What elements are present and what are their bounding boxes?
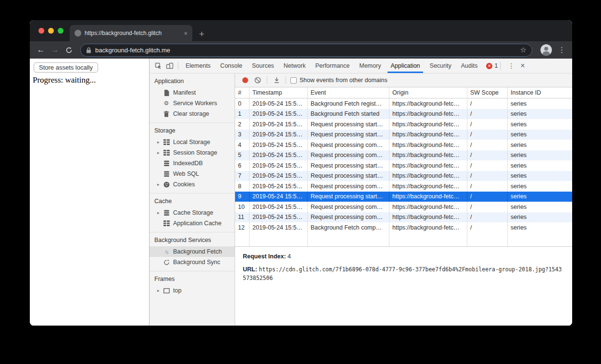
tab-performance[interactable]: Performance bbox=[311, 59, 355, 73]
browser-tab[interactable]: https://background-fetch.glitch × bbox=[70, 25, 192, 41]
maximize-window-button[interactable] bbox=[58, 28, 63, 34]
close-window-button[interactable] bbox=[38, 28, 44, 34]
cell-sw-scope: / bbox=[467, 109, 508, 120]
column-header-event[interactable]: Event bbox=[308, 87, 389, 98]
clear-icon[interactable] bbox=[252, 75, 263, 85]
error-badge[interactable]: × 1 bbox=[486, 62, 498, 69]
separator bbox=[178, 62, 178, 70]
cell-event: Background Fetch regist… bbox=[308, 98, 389, 109]
sidebar-item-clear-storage[interactable]: Clear storage bbox=[150, 109, 235, 119]
devtools-tabbar: Elements Console Sources Network Perform… bbox=[150, 59, 572, 73]
table-row[interactable]: 02019-05-24 15:5…Background Fetch regist… bbox=[235, 98, 572, 109]
column-header-instance-id[interactable]: Instance ID bbox=[508, 87, 572, 98]
sidebar-item-background-sync[interactable]: Background Sync bbox=[150, 257, 235, 267]
url-line: URL: https://cdn.glitch.com/7f1b6896-078… bbox=[243, 265, 564, 282]
cell-timestamp: 2019-05-24 15:5… bbox=[250, 98, 308, 109]
tab-title: https://background-fetch.glitch bbox=[85, 30, 180, 36]
column-header-sw-scope[interactable]: SW Scope bbox=[467, 87, 508, 98]
table-row[interactable]: 122019-05-24 15:5…Background Fetch comp…… bbox=[235, 222, 572, 233]
table-row[interactable]: 62019-05-24 15:5…Request processing star… bbox=[235, 160, 572, 171]
filler-cell bbox=[250, 233, 308, 246]
chevron-right-icon[interactable]: ▸ bbox=[157, 140, 160, 145]
sidebar-item-label: Background Sync bbox=[173, 259, 220, 266]
sidebar-item-session-storage[interactable]: ▸ Session Storage bbox=[150, 147, 235, 158]
devtools-close-icon[interactable]: × bbox=[517, 61, 527, 70]
table-row[interactable]: 32019-05-24 15:5…Request processing star… bbox=[235, 130, 572, 140]
cell-num: 2 bbox=[235, 119, 250, 130]
profile-avatar[interactable] bbox=[540, 44, 552, 56]
show-events-label: Show events from other domains bbox=[300, 77, 388, 84]
cell-origin: https://background-fetc… bbox=[389, 150, 467, 161]
show-events-checkbox[interactable] bbox=[290, 77, 297, 84]
download-icon[interactable] bbox=[271, 75, 282, 85]
request-index-label: Request Index: bbox=[243, 253, 286, 260]
sidebar-item-service-workers[interactable]: ⚙ Service Workers bbox=[150, 98, 235, 109]
column-header-num[interactable]: # bbox=[235, 87, 250, 98]
sidebar-item-manifest[interactable]: Manifest bbox=[150, 87, 235, 98]
tab-console[interactable]: Console bbox=[215, 59, 247, 73]
chevron-right-icon[interactable]: ▸ bbox=[157, 182, 160, 187]
reload-button[interactable] bbox=[63, 44, 75, 56]
tab-close-icon[interactable]: × bbox=[184, 30, 188, 36]
cell-num: 11 bbox=[235, 212, 250, 223]
url-bar[interactable]: background-fetch.glitch.me ☆ bbox=[80, 44, 532, 57]
table-row[interactable]: 92019-05-24 15:5…Request processing star… bbox=[235, 192, 572, 202]
sidebar-item-cache-storage[interactable]: ▸ Cache Storage bbox=[150, 207, 235, 218]
tab-audits[interactable]: Audits bbox=[456, 59, 483, 73]
url-label: URL: bbox=[243, 266, 257, 273]
chevron-right-icon[interactable]: ▸ bbox=[157, 288, 160, 293]
table-row[interactable]: 102019-05-24 15:5…Request processing com… bbox=[235, 202, 572, 212]
chevron-right-icon[interactable]: ▸ bbox=[157, 150, 160, 155]
lock-icon bbox=[86, 47, 91, 53]
inspect-element-icon[interactable] bbox=[152, 60, 164, 72]
tab-sources[interactable]: Sources bbox=[247, 59, 279, 73]
device-toolbar-icon[interactable] bbox=[164, 60, 175, 72]
table-row[interactable]: 82019-05-24 15:5…Request processing com…… bbox=[235, 181, 572, 192]
minimize-window-button[interactable] bbox=[48, 28, 54, 34]
table-row[interactable]: 52019-05-24 15:5…Request processing com…… bbox=[235, 150, 572, 161]
table-row[interactable]: 72019-05-24 15:5…Request processing star… bbox=[235, 171, 572, 182]
table-row[interactable]: 22019-05-24 15:5…Request processing star… bbox=[235, 119, 572, 130]
tab-security[interactable]: Security bbox=[425, 59, 456, 73]
table-empty-area bbox=[235, 233, 572, 247]
cell-sw-scope: / bbox=[467, 150, 508, 161]
background-fetch-pane: Show events from other domains #Timestam… bbox=[235, 73, 572, 326]
chevron-right-icon[interactable]: ▸ bbox=[157, 210, 160, 215]
column-header-timestamp[interactable]: Timestamp bbox=[250, 87, 308, 98]
sidebar-item-top-frame[interactable]: ▸ top bbox=[150, 285, 235, 296]
forward-button[interactable]: → bbox=[49, 44, 61, 56]
new-tab-button[interactable]: + bbox=[199, 29, 204, 38]
devtools-menu-icon[interactable]: ⋮ bbox=[505, 62, 517, 70]
cell-origin: https://background-fetc… bbox=[389, 109, 467, 120]
url-text[interactable]: background-fetch.glitch.me bbox=[95, 47, 516, 54]
column-header-origin[interactable]: Origin bbox=[389, 87, 467, 98]
sidebar-item-background-fetch[interactable]: ↑↓ Background Fetch bbox=[150, 246, 235, 257]
table-row[interactable]: 42019-05-24 15:5…Request processing com…… bbox=[235, 140, 572, 150]
cell-timestamp: 2019-05-24 15:5… bbox=[250, 130, 308, 140]
sidebar-item-cookies[interactable]: ▸ Cookies bbox=[150, 179, 235, 190]
record-button[interactable] bbox=[242, 77, 248, 83]
cell-num: 5 bbox=[235, 150, 250, 161]
store-assets-button[interactable]: Store assets locally bbox=[34, 62, 98, 73]
browser-menu-icon[interactable]: ⋮ bbox=[556, 46, 567, 54]
sidebar-item-web-sql[interactable]: Web SQL bbox=[150, 169, 235, 179]
sidebar-section-frames: Frames ▸ top bbox=[150, 271, 235, 299]
cell-num: 7 bbox=[235, 171, 250, 182]
bookmark-star-icon[interactable]: ☆ bbox=[520, 46, 526, 54]
back-button[interactable]: ← bbox=[35, 44, 47, 56]
sidebar-item-application-cache[interactable]: Application Cache bbox=[150, 218, 235, 229]
tab-application[interactable]: Application bbox=[386, 59, 425, 73]
sidebar-item-local-storage[interactable]: ▸ Local Storage bbox=[150, 137, 235, 147]
sidebar-item-indexeddb[interactable]: IndexedDB bbox=[150, 158, 235, 169]
tab-memory[interactable]: Memory bbox=[354, 59, 386, 73]
section-title: Background Services bbox=[150, 234, 235, 246]
tab-network[interactable]: Network bbox=[279, 59, 311, 73]
tab-elements[interactable]: Elements bbox=[181, 59, 215, 73]
filler-cell bbox=[235, 233, 250, 246]
table-row[interactable]: 12019-05-24 15:5…Background Fetch starte… bbox=[235, 109, 572, 120]
cell-instance-id: series bbox=[508, 202, 572, 212]
sidebar-section-application: Application Manifest ⚙ Service Workers bbox=[150, 73, 235, 123]
table-row[interactable]: 112019-05-24 15:5…Request processing com… bbox=[235, 212, 572, 223]
cell-timestamp: 2019-05-24 15:5… bbox=[250, 212, 308, 223]
browser-toolbar: ← → background-fetch.glitch.me ☆ ⋮ bbox=[30, 41, 572, 59]
